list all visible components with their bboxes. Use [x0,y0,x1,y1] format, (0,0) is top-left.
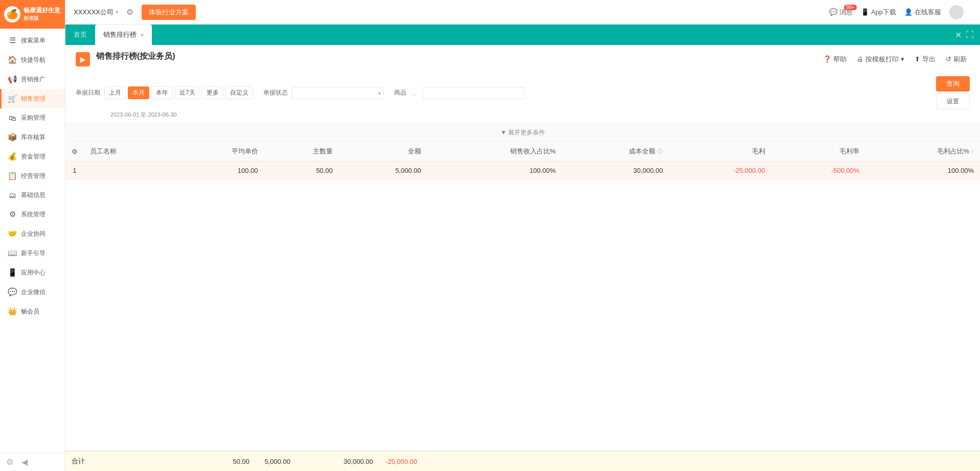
date-range-display: 2023-06-01 至 2023-06-30 [110,110,970,119]
sidebar-item-sales[interactable]: 🛒 销售管理 [0,89,65,108]
cell-sales-pct: 100.00% [427,162,562,180]
th-main-qty: 主数量 [264,142,339,162]
footer-amount: 5,000.00 [256,458,297,465]
th-settings[interactable]: ⚙ [65,142,84,162]
status-select[interactable] [292,87,384,99]
purchase-icon: 🛍 [8,114,17,122]
sidebar-item-shortcut[interactable]: 🏠 快捷导航 [0,50,65,70]
th-employee: 员工名称 [84,142,174,162]
sales-icon: 🛒 [8,94,17,103]
cell-amount: 5,000.00 [339,162,427,180]
last-month-btn[interactable]: 上月 [104,86,126,99]
th-gross: 毛利 [669,142,771,162]
th-sales-pct: 销售收入占比% [427,142,562,162]
logo-icon: 🍊 [4,6,20,23]
apps-icon: 📱 [8,268,17,277]
expand-toggle-icon[interactable]: ▶ [76,52,90,66]
goods-more-icon[interactable]: … [411,89,417,97]
sidebar-item-operations[interactable]: 📋 经营管理 [0,166,65,186]
cell-rank: 1 [65,162,84,180]
close-window-icon[interactable]: ✕ [955,30,962,40]
footer-cost: 30,000.00 [337,458,379,465]
company-arrow-icon: ▾ [116,9,118,15]
member-icon: 👑 [8,307,17,316]
help-button[interactable]: ❓ 帮助 [820,53,850,65]
cell-gross: -25,000.00 [669,162,771,180]
table-wrap: ⚙ 员工名称 平均单价 主数量 全额 [65,142,980,451]
sidebar-item-member[interactable]: 👑 畅会员 [0,302,65,321]
topbar: XXXXXX公司 ▾ ⚙ 体验行业方案 💬 消息 99+ 📱 App下载 👤 在… [65,0,980,25]
cell-cost: 30,000.00 [562,162,669,180]
query-button[interactable]: 查询 [936,76,970,92]
export-button[interactable]: ⬆ 导出 [911,53,939,65]
tab-home[interactable]: 首页 [65,25,95,45]
service-icon: 👤 [904,8,913,16]
sidebar-item-apps[interactable]: 📱 应用中心 [0,263,65,282]
footer-main-qty: 50.00 [215,458,256,465]
logo-text: 畅康通好生意 标准版 [24,7,60,22]
fullscreen-icon[interactable]: ⛶ [966,30,974,39]
sidebar-item-purchase[interactable]: 🛍 采购管理 [0,108,65,127]
sidebar-item-corp[interactable]: 🤝 企业协同 [0,224,65,243]
sidebar-settings-icon[interactable]: ⚙ [6,457,13,467]
sidebar-item-system[interactable]: ⚙ 系统管理 [0,205,65,224]
more-date-btn[interactable]: 更多 [202,86,223,99]
page-header-top: ▶ 销售排行榜(按业务员) ❓ 帮助 🖨 按模板打印 ▾ ⬆ 导出 [65,45,980,71]
refresh-icon: ↺ [946,55,951,63]
footer-total-label: 合计 [72,457,174,466]
tab-sales-ranking[interactable]: 销售排行榜 × [95,25,152,45]
refresh-button[interactable]: ↺ 刷新 [943,53,970,65]
th-avg-price: 平均单价 [174,142,264,162]
sidebar-item-basic[interactable]: 🗂 基础信息 [0,186,65,205]
cell-gross-rate: -500.00% [771,162,866,180]
filter-top-row: 单据日期 上月 本月 本年 近7天 更多 自定义 单据状态 [76,76,970,109]
inventory-icon: 📦 [8,132,17,142]
last7days-btn[interactable]: 近7天 [175,86,200,99]
sidebar-item-finance[interactable]: 💰 资金管理 [0,147,65,166]
gross-pct-sort-icon: ↕ [971,148,974,154]
current-month-btn[interactable]: 本月 [128,86,149,99]
marketing-icon: 📢 [8,75,17,84]
cell-main-qty: 50.00 [264,162,339,180]
goods-filter-label: 商品 [394,88,406,97]
expand-row: ▼ 展开更多条件 [65,124,980,142]
nav-tabs: 首页 销售排行榜 × ✕ ⛶ [65,25,980,45]
topbar-settings-icon[interactable]: ⚙ [126,7,133,17]
template-print-button[interactable]: 🖨 按模板打印 ▾ [854,53,907,65]
table-header-row: ⚙ 员工名称 平均单价 主数量 全额 [65,142,980,162]
sidebar-item-search[interactable]: ☰ 搜索菜单 [0,31,65,50]
goods-input[interactable] [423,87,525,99]
home-icon: 🏠 [8,55,17,64]
nav-tabs-actions: ✕ ⛶ [955,30,980,40]
message-icon: 💬 [829,8,837,16]
cost-info-icon: ⓘ [657,148,663,154]
table-footer: 合计 50.00 5,000.00 30,000.00 -25,000.00 [65,451,980,471]
search-menu-icon: ☰ [8,36,17,45]
print-icon: 🖨 [857,55,863,63]
page-content: ▶ 销售排行榜(按业务员) ❓ 帮助 🖨 按模板打印 ▾ ⬆ 导出 [65,45,980,471]
current-year-btn[interactable]: 本年 [151,86,173,99]
date-filter-label: 单据日期 [76,88,100,97]
th-amount: 全额 [339,142,427,162]
settings-button[interactable]: 设置 [936,94,970,109]
app-download-button[interactable]: 📱 App下载 [861,8,896,17]
sidebar-item-marketing[interactable]: 📢 营销推广 [0,70,65,89]
tab-close-icon[interactable]: × [141,32,144,38]
sidebar-item-wechat[interactable]: 💬 企业微信 [0,282,65,302]
online-service-button[interactable]: 👤 在线客服 [904,8,941,17]
goods-filter-group: 商品 … [394,87,525,99]
sidebar-collapse-icon[interactable]: ◀ [21,457,28,467]
messages-button[interactable]: 💬 消息 99+ [829,8,853,17]
trial-button[interactable]: 体验行业方案 [142,5,196,20]
avatar[interactable] [949,5,964,19]
sidebar-item-guide[interactable]: 📖 新手引导 [0,243,65,263]
basic-icon: 🗂 [8,191,17,199]
page-title: 销售排行榜(按业务员) [96,51,175,67]
company-selector[interactable]: XXXXXX公司 ▾ [74,8,118,17]
cell-avg-price: 100.00 [174,162,264,180]
sidebar-item-inventory[interactable]: 📦 库存核算 [0,127,65,147]
footer-gross: -25,000.00 [379,458,423,465]
custom-date-btn[interactable]: 自定义 [225,86,253,99]
th-gross-rate: 毛利率 [771,142,866,162]
expand-conditions-btn[interactable]: ▼ 展开更多条件 [500,128,545,137]
